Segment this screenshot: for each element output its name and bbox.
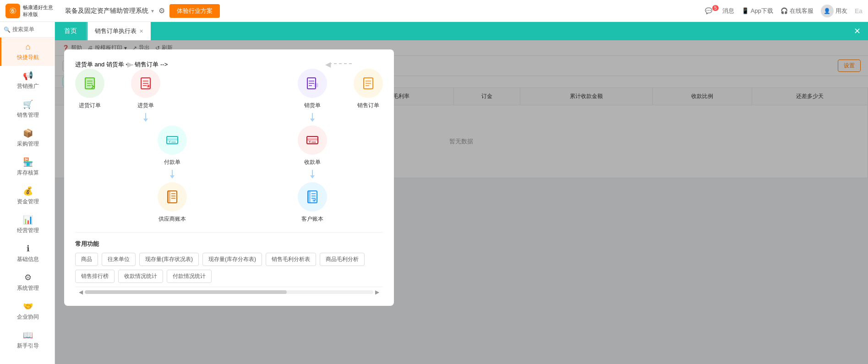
try-btn[interactable]: 体验行业方案	[169, 4, 220, 18]
flow-row-3: 供应商账本	[75, 182, 383, 223]
flow-circle-payment[interactable]: ¥	[158, 125, 187, 155]
marketing-icon: 📢	[23, 71, 33, 81]
cf-btn-sales-profit[interactable]: 销售毛利分析表	[266, 253, 316, 266]
cf-btn-inventory-status[interactable]: 现存量(库存状况表)	[139, 253, 199, 266]
svg-rect-38	[308, 191, 311, 203]
flow-purchase-order[interactable]: 进货订单	[75, 69, 104, 109]
search-icon: 🔍	[4, 27, 11, 33]
sidebar: 🔍 搜索菜单 ⌂ 快捷导航 📢 营销推广 🛒 销售管理 📦 采购管理 🏪 库存核…	[0, 22, 55, 364]
app-download-btn[interactable]: 📱 App下载	[742, 7, 773, 15]
sales-bill-icon	[305, 76, 320, 91]
flow-circle-sales-order[interactable]	[354, 69, 383, 98]
basic-icon: ℹ	[27, 244, 30, 254]
flow-customer-ledger[interactable]: 客户账本	[298, 182, 327, 223]
sales-icon: 🛒	[23, 99, 33, 109]
top-header: ⑥ 畅康通好生意 标准版 装备及固定资产辅助管理系统 ▾ ⚙ 体验行业方案 💬 …	[0, 0, 868, 22]
system-icon: ⚙	[24, 272, 32, 283]
flow-circle-purchase-order[interactable]	[75, 69, 104, 98]
message-btn[interactable]: 💬 5 消息	[705, 7, 734, 15]
sales-order-icon	[361, 76, 376, 91]
arrow-down-receipt	[298, 170, 327, 179]
common-functions-title: 常用功能	[75, 240, 383, 248]
headset-icon: 🎧	[781, 7, 788, 14]
scroll-right-icon[interactable]: ▶	[375, 289, 379, 295]
customer-ledger-icon	[305, 190, 320, 204]
cf-btn-party[interactable]: 往来单位	[102, 253, 136, 266]
flow-purchase-bill[interactable]: 进货单	[131, 69, 160, 109]
logo-icon: ⑥	[5, 4, 20, 18]
flow-supplier-ledger[interactable]: 供应商账本	[158, 182, 187, 223]
scroll-bar[interactable]	[85, 290, 373, 294]
sidebar-item-enterprise[interactable]: 🤝 企业协同	[0, 297, 55, 326]
scroll-left-icon[interactable]: ◀	[79, 289, 83, 295]
flow-circle-supplier-ledger[interactable]	[158, 182, 187, 212]
arrow-right-1: ▶	[104, 69, 131, 81]
sidebar-item-newbie[interactable]: 📖 新手引导	[0, 326, 55, 354]
flow-sales-order[interactable]: 销售订单	[354, 69, 383, 109]
message-icon: 💬	[705, 7, 712, 14]
flow-circle-receipt[interactable]: ¥	[298, 125, 327, 155]
flow-circle-sales-bill[interactable]	[298, 69, 327, 98]
layout: 🔍 搜索菜单 ⌂ 快捷导航 📢 营销推广 🛒 销售管理 📦 采购管理 🏪 库存核…	[0, 22, 868, 364]
header-right: 💬 5 消息 📱 App下载 🎧 在线客服 👤 用友 Ea	[705, 5, 863, 17]
flow-row-2: ¥ 付款单	[75, 125, 383, 166]
payment-icon: ¥	[165, 133, 180, 147]
cf-btn-product[interactable]: 商品	[75, 253, 98, 266]
sidebar-item-basic[interactable]: ℹ 基础信息	[0, 239, 55, 268]
user-area[interactable]: 👤 用友	[821, 5, 847, 17]
supplier-ledger-icon	[165, 190, 180, 204]
arrow-down-purchase	[131, 113, 160, 122]
system-title: 装备及固定资产辅助管理系统 ▾ ⚙ 体验行业方案	[65, 4, 700, 18]
sidebar-item-marketing[interactable]: 📢 营销推广	[0, 66, 55, 95]
logo-text: 畅康通好生意 标准版	[23, 4, 53, 17]
main-content: 首页 销售订单执行表 ✕ ✕ ❓ 帮助 🖨 按模板打印 ▾	[55, 22, 868, 364]
tab-home[interactable]: 首页	[55, 22, 87, 40]
phone-icon: 📱	[742, 7, 749, 14]
purchase-icon: 📦	[23, 128, 33, 138]
cf-buttons-row2: 销售排行榜 收款情况统计 付款情况统计	[75, 270, 383, 283]
cf-btn-product-profit[interactable]: 商品毛利分析	[320, 253, 365, 266]
home-icon: ⌂	[26, 42, 31, 52]
svg-rect-31	[311, 141, 316, 143]
sidebar-item-quick-nav[interactable]: ⌂ 快捷导航	[0, 38, 55, 66]
tab-bar: 首页 销售订单执行表 ✕ ✕	[55, 22, 868, 40]
enterprise-icon: 🤝	[23, 301, 33, 311]
arrow-left-1: ◀	[327, 69, 354, 81]
inventory-icon: 🏪	[23, 157, 33, 167]
sidebar-item-management[interactable]: 📊 经营管理	[0, 210, 55, 239]
cf-btn-inventory-dist[interactable]: 现存量(库存分布表)	[202, 253, 262, 266]
scroll-indicator: ◀ ▶	[75, 287, 383, 297]
settings-icon[interactable]: ⚙	[158, 6, 165, 15]
system-dropdown-arrow[interactable]: ▾	[151, 8, 154, 14]
sidebar-item-inventory[interactable]: 🏪 库存核算	[0, 152, 55, 181]
flow-receipt[interactable]: ¥ 收款单	[298, 125, 327, 166]
tab-bar-close-btn[interactable]: ✕	[846, 26, 868, 36]
tab-sales-order-exec[interactable]: 销售订单执行表 ✕	[87, 22, 151, 40]
flow-circle-customer-ledger[interactable]	[298, 182, 327, 212]
user-initials[interactable]: Ea	[855, 7, 863, 15]
sidebar-search[interactable]: 🔍 搜索菜单	[0, 22, 55, 38]
flow-arrows-down-row2	[75, 170, 383, 179]
page-content: ❓ 帮助 🖨 按模板打印 ▾ ↗ 导出 ↺ 刷新	[55, 40, 868, 364]
cf-btn-payment-stats[interactable]: 付款情况统计	[167, 270, 212, 283]
cf-btn-receipt-stats[interactable]: 收款情况统计	[118, 270, 163, 283]
flow-arrows-down-row	[75, 113, 383, 122]
flow-payment[interactable]: ¥ 付款单	[158, 125, 187, 166]
tab-close-icon[interactable]: ✕	[139, 28, 143, 34]
online-service-btn[interactable]: 🎧 在线客服	[781, 7, 813, 15]
svg-rect-18	[314, 83, 318, 87]
sidebar-item-system[interactable]: ⚙ 系统管理	[0, 268, 55, 297]
receipt-icon: ¥	[305, 133, 320, 147]
flow-circle-purchase-bill[interactable]	[131, 69, 160, 98]
scroll-thumb	[85, 290, 287, 294]
modal-dialog: 进货单 and 销货单 <-- 销售订单 -->	[64, 49, 394, 306]
sidebar-item-finance[interactable]: 💰 资金管理	[0, 181, 55, 210]
svg-rect-27	[171, 141, 176, 143]
sidebar-item-sales[interactable]: 🛒 销售管理	[0, 95, 55, 124]
sidebar-item-purchase[interactable]: 📦 采购管理	[0, 124, 55, 152]
cf-buttons-row1: 商品 往来单位 现存量(库存状况表) 现存量(库存分布表) 销售毛利分析表 商品…	[75, 253, 383, 266]
modal-overlay[interactable]: 进货单 and 销货单 <-- 销售订单 -->	[55, 40, 868, 364]
cf-btn-sales-ranking[interactable]: 销售排行榜	[75, 270, 115, 283]
flow-sales-bill[interactable]: 销货单	[298, 69, 327, 109]
management-icon: 📊	[23, 215, 33, 225]
